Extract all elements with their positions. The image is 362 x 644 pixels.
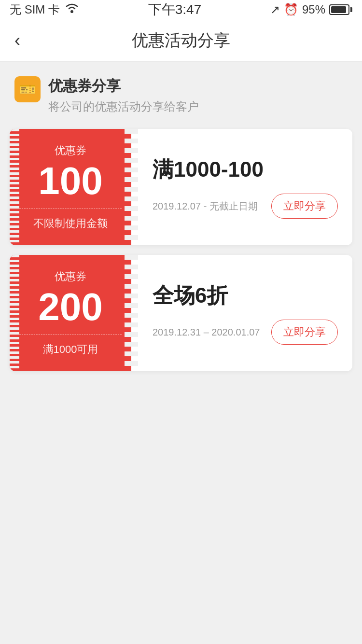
coupon-left: 优惠券 100 不限制使用金额 [10,129,131,245]
coupon-label: 优惠券 [55,269,86,284]
coupon-label: 优惠券 [55,143,86,158]
coupon-card: 优惠券 200 满1000可用 全场6折 2019.12.31 – 2020.0… [10,255,352,371]
battery-percent: 95% [302,3,325,16]
coupon-card: 优惠券 100 不限制使用金额 满1000-100 2019.12.07 - 无… [10,129,352,245]
page-title: 优惠活动分享 [132,29,230,52]
coupon-date: 2019.12.07 - 无截止日期 [153,200,258,213]
section-icon: 🎫 [14,76,41,102]
coupon-right: 满1000-100 2019.12.07 - 无截止日期 立即分享 [131,129,352,245]
back-button[interactable]: ‹ [14,30,20,51]
coupon-meta: 2019.12.31 – 2020.01.07 立即分享 [153,320,338,345]
section-header: 🎫 优惠券分享 将公司的优惠活动分享给客户 [0,62,362,124]
status-right: ↗ ⏰ 95% [270,3,352,16]
section-subtitle: 将公司的优惠活动分享给客户 [48,99,199,114]
svg-point-0 [70,10,73,13]
status-left: 无 SIM 卡 [10,2,79,17]
battery-icon [329,4,352,15]
coupon-left: 优惠券 200 满1000可用 [10,255,131,371]
coupon-name: 全场6折 [153,281,338,310]
coupon-meta: 2019.12.07 - 无截止日期 立即分享 [153,194,338,219]
section-title: 优惠券分享 [48,76,199,96]
coupon-divider [19,334,122,335]
section-text-block: 优惠券分享 将公司的优惠活动分享给客户 [48,76,199,114]
coupon-name: 满1000-100 [153,155,338,184]
coupon-value: 100 [38,162,102,200]
coupon-value: 200 [38,288,102,326]
location-icon: ↗ [270,3,280,16]
alarm-icon: ⏰ [284,3,298,16]
wifi-icon [65,2,79,17]
status-time: 下午3:47 [148,0,202,19]
coupon-list: 优惠券 100 不限制使用金额 满1000-100 2019.12.07 - 无… [0,124,362,371]
coupon-date: 2019.12.31 – 2020.01.07 [153,327,260,338]
share-button[interactable]: 立即分享 [271,320,338,345]
share-button[interactable]: 立即分享 [271,194,338,219]
coupon-right: 全场6折 2019.12.31 – 2020.01.07 立即分享 [131,255,352,371]
nav-bar: ‹ 优惠活动分享 [0,19,362,62]
coupon-condition: 不限制使用金额 [33,216,108,231]
coupon-divider [19,208,122,209]
coupon-condition: 满1000可用 [43,342,98,357]
carrier-text: 无 SIM 卡 [10,2,60,17]
status-bar: 无 SIM 卡 下午3:47 ↗ ⏰ 95% [0,0,362,19]
empty-space [0,371,362,644]
